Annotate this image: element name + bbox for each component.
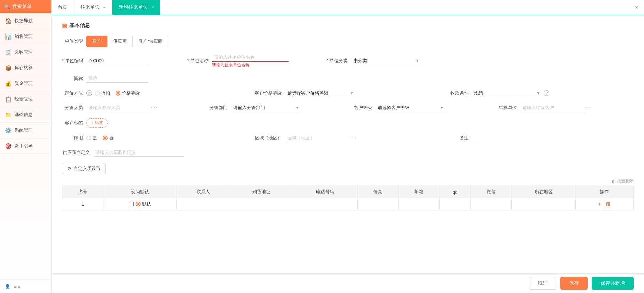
payment-terms-help-icon[interactable]: ? xyxy=(544,90,549,96)
tab-home[interactable]: 首页 xyxy=(52,0,74,15)
search-menu-label: 搜索菜单 xyxy=(12,3,32,10)
customer-price-level-select[interactable]: 请选择客户价格等级 xyxy=(285,89,355,97)
form-content: ▣ 基本信息 单位类型 客户 供应商 客户/供应商 单位编码 单 xyxy=(52,15,644,273)
supplier-custom-input[interactable] xyxy=(93,148,184,157)
manager-label: 分管人员 xyxy=(62,105,86,111)
system-icon: ⚙️ xyxy=(5,127,12,134)
operations-icon: 📋 xyxy=(5,96,12,103)
unit-name-error: 请输入往来单位名称 xyxy=(212,62,289,68)
cancel-button[interactable]: 取消 xyxy=(529,277,556,290)
supplier-custom-group: 供应商自定义 xyxy=(62,148,634,157)
unit-name-group: 单位名称 请输入往来单位名称 xyxy=(187,53,320,68)
short-name-input[interactable] xyxy=(86,74,149,83)
save-button[interactable]: 保存 xyxy=(560,277,588,290)
unit-name-field-wrap: 请输入往来单位名称 xyxy=(212,53,289,68)
row-contact xyxy=(177,198,229,210)
unit-type-supplier-btn[interactable]: 供应商 xyxy=(107,36,133,47)
row-default-radio[interactable]: 默认 xyxy=(136,201,151,207)
department-select-wrap[interactable]: 请输入分管部门 ▼ xyxy=(231,104,301,112)
sidebar-item-system[interactable]: ⚙️ 系统管理 xyxy=(0,123,51,138)
unit-type-label: 单位类型 xyxy=(62,38,86,44)
search-menu[interactable]: 🔍 搜索菜单 xyxy=(0,0,51,13)
unit-category-label: 单位分类 xyxy=(327,58,351,64)
customer-tag-label: 客户标签 xyxy=(62,120,86,126)
short-name-group: 简称 xyxy=(62,74,180,83)
pricing-discount-radio[interactable]: 折扣 xyxy=(95,90,110,96)
customer-level-select[interactable]: 请选择客户等级 xyxy=(376,104,445,112)
row-region xyxy=(512,198,576,210)
sidebar-item-quick-nav[interactable]: 🏠 快捷导航 xyxy=(0,13,51,29)
contacts-table: 序号 设为默认 联系人 到货地址 电话号码 传真 邮箱 qq 微信 所在地区 操… xyxy=(62,186,634,210)
row-wechat xyxy=(471,198,512,210)
sidebar-item-operations[interactable]: 📋 经营管理 xyxy=(0,91,51,107)
custom-settings-btn[interactable]: ⚙ 自定义项设置 xyxy=(62,163,106,174)
row-add-btn[interactable]: + xyxy=(597,200,603,208)
department-group: 分管部门 请输入分管部门 ▼ xyxy=(207,104,345,112)
section-basic-info: ▣ 基本信息 xyxy=(62,22,634,29)
department-select[interactable]: 请输入分管部门 xyxy=(231,104,301,112)
settlement-input[interactable] xyxy=(520,104,583,112)
main-area: 首页 往来单位 × 新增往来单位 × × ▣ 基本信息 单位类型 客户 供应商 … xyxy=(52,0,644,293)
pricing-level-radio[interactable]: 价格等级 xyxy=(116,90,140,96)
tab-new-counterparty-close[interactable]: × xyxy=(151,5,154,10)
settlement-more-btn[interactable]: ··· xyxy=(583,105,594,111)
payment-terms-select-wrap[interactable]: 现结 ▼ xyxy=(472,89,542,97)
col-default: 设为默认 xyxy=(103,186,177,198)
pricing-level-radio-circle xyxy=(116,91,120,96)
section-title-text: 基本信息 xyxy=(69,22,90,29)
tab-new-counterparty[interactable]: 新增往来单位 × xyxy=(112,0,160,15)
sidebar-item-basic-info[interactable]: 📁 基础信息 xyxy=(0,107,51,123)
batch-delete-label[interactable]: 批量删除 xyxy=(617,178,634,184)
customer-level-select-wrap[interactable]: 请选择客户等级 ▼ xyxy=(376,104,445,112)
manager-more-btn[interactable]: ··· xyxy=(149,105,160,111)
sidebar-item-label: 系统管理 xyxy=(15,127,33,133)
tab-counterparty-close[interactable]: × xyxy=(103,5,106,10)
save-new-button[interactable]: 保存并新增 xyxy=(592,277,634,290)
pricing-method-help-icon[interactable]: ? xyxy=(86,90,92,96)
row-qq xyxy=(439,198,470,210)
region-more-btn[interactable]: ··· xyxy=(348,135,359,141)
col-contact: 联系人 xyxy=(177,186,229,198)
disabled-no-radio[interactable]: 否 xyxy=(103,135,113,141)
row-checkbox[interactable] xyxy=(129,202,134,206)
unit-type-both-btn[interactable]: 客户/供应商 xyxy=(133,36,168,47)
row-delete-btn[interactable]: 🗑 xyxy=(604,200,612,208)
add-tag-btn[interactable]: + 标签 xyxy=(86,118,108,128)
row-phone xyxy=(293,198,357,210)
add-tag-label: 标签 xyxy=(95,120,103,126)
remarks-input[interactable] xyxy=(472,134,549,142)
col-phone: 电话号码 xyxy=(293,186,357,198)
pricing-method-group: 定价方法 ? 折扣 价格等级 xyxy=(62,90,248,96)
unit-category-select-wrap[interactable]: 未分类 ▼ xyxy=(351,57,421,65)
col-fax: 传真 xyxy=(357,186,398,198)
sidebar-item-sales[interactable]: 📊 销售管理 xyxy=(0,29,51,44)
short-name-label: 简称 xyxy=(62,75,86,82)
disabled-yes-radio[interactable]: 是 xyxy=(86,135,97,141)
tab-counterparty[interactable]: 往来单位 × xyxy=(74,0,112,15)
tab-bar-close-all[interactable]: × xyxy=(629,4,644,11)
row-short-name: 简称 xyxy=(62,74,634,83)
col-address: 到货地址 xyxy=(229,186,293,198)
unit-name-input[interactable] xyxy=(212,53,289,62)
settings-gear-icon: ⚙ xyxy=(67,166,71,171)
sidebar-item-label: 基础信息 xyxy=(15,112,33,118)
sidebar-item-label: 新手引导 xyxy=(15,143,33,149)
payment-terms-select[interactable]: 现结 xyxy=(472,89,542,97)
sidebar-item-label: 资金管理 xyxy=(15,80,33,87)
row-actions: + 🗑 xyxy=(575,198,633,210)
sidebar-item-purchase[interactable]: 🛒 采购管理 xyxy=(0,44,51,60)
customer-price-level-select-wrap[interactable]: 请选择客户价格等级 ▼ xyxy=(285,89,355,97)
col-qq: qq xyxy=(439,186,470,198)
disabled-group: 停用 是 否 xyxy=(62,135,248,141)
sidebar-item-inventory[interactable]: 📦 库存核算 xyxy=(0,60,51,76)
region-input[interactable] xyxy=(285,134,348,142)
sidebar-item-guide[interactable]: 🎯 新手引导 xyxy=(0,138,51,154)
manager-input[interactable] xyxy=(86,104,149,112)
sidebar-item-finance[interactable]: 💰 资金管理 xyxy=(0,76,51,91)
unit-type-customer-btn[interactable]: 客户 xyxy=(86,36,107,47)
unit-code-input[interactable] xyxy=(87,57,149,65)
unit-category-select[interactable]: 未分类 xyxy=(351,57,421,65)
payment-terms-group: 收款条件 现结 ▼ ? xyxy=(448,89,634,97)
section-icon: ▣ xyxy=(62,22,67,29)
table-header-row: 序号 设为默认 联系人 到货地址 电话号码 传真 邮箱 qq 微信 所在地区 操… xyxy=(62,186,634,198)
